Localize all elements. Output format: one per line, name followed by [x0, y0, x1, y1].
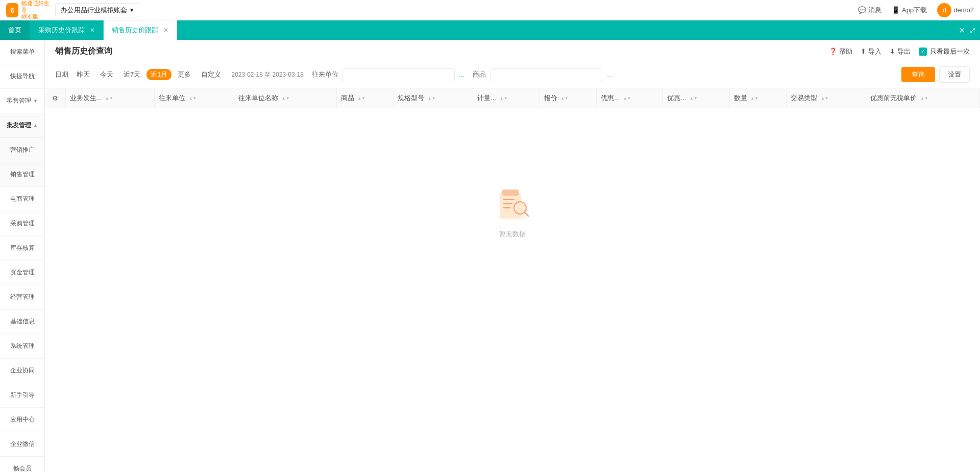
- sidebar-item-app-center[interactable]: 应用中心: [0, 408, 44, 432]
- date-opt-custom[interactable]: 自定义: [197, 69, 225, 80]
- col-qty[interactable]: 数量 ▲▼: [729, 88, 787, 108]
- col-settings[interactable]: ⚙: [45, 88, 65, 108]
- sys-mgmt-label: 系统管理: [10, 342, 35, 350]
- chevron-down-icon: ▾: [130, 6, 134, 14]
- company-selector[interactable]: 办公用品行业模拟账套 ▾: [55, 3, 139, 17]
- message-button[interactable]: 💬 消息: [858, 6, 881, 15]
- col-biz-date[interactable]: 业务发生... ▲▼: [65, 88, 155, 108]
- sidebar-item-ecom-mgmt[interactable]: 电商管理: [0, 187, 44, 211]
- setting-button[interactable]: 设置: [939, 66, 970, 83]
- sidebar-item-enterprise-collab[interactable]: 企业协同: [0, 359, 44, 383]
- partner-select-button[interactable]: ...: [459, 71, 464, 79]
- date-opt-more[interactable]: 更多: [174, 69, 195, 80]
- col-trade-type[interactable]: 交易类型 ▲▼: [787, 88, 866, 108]
- only-last-checkbox[interactable]: ✓: [919, 48, 927, 56]
- sales-promo-label: 营销推广: [10, 146, 35, 154]
- filter-bar: 日期 昨天 今天 近7天 近1月 更多 自定义 2023-02-18 至 202…: [45, 61, 980, 88]
- col-discount2[interactable]: 优惠... ▲▼: [663, 88, 729, 108]
- table-header-row: ⚙ 业务发生... ▲▼ 往来单位 ▲▼ 往来单位名称: [45, 88, 980, 108]
- goods-input[interactable]: [490, 68, 602, 81]
- new-guide-label: 新手引导: [10, 391, 35, 399]
- phone-icon: 📱: [892, 6, 900, 14]
- tab-purchase-history[interactable]: 采购历史价跟踪 ✕: [30, 20, 104, 40]
- home-tab-label: 首页: [8, 26, 21, 35]
- sidebar-item-basic-info[interactable]: 基础信息: [0, 310, 44, 334]
- sidebar-item-finance-mgmt[interactable]: 资金管理: [0, 261, 44, 285]
- sidebar-item-sales-promo[interactable]: 营销推广: [0, 138, 44, 162]
- page-content: 销售历史价查询 ❓ 帮助 ⬆ 导入 ⬇ 导出 ✓: [45, 40, 980, 472]
- message-icon: 💬: [858, 6, 866, 14]
- col-partner-name[interactable]: 往来单位名称 ▲▼: [234, 88, 336, 108]
- date-opt-yesterday[interactable]: 昨天: [72, 69, 94, 80]
- user-profile[interactable]: d demo2: [937, 3, 974, 17]
- retail-mgmt-label: 零售管理: [7, 97, 31, 105]
- table-container: ⚙ 业务发生... ▲▼ 往来单位 ▲▼ 往来单位名称: [45, 88, 980, 472]
- sidebar-item-sales-mgmt[interactable]: 销售管理: [0, 162, 44, 187]
- col-quote[interactable]: 报价 ▲▼: [540, 88, 597, 108]
- sidebar-item-wholesale-mgmt[interactable]: 批发管理 ▲: [0, 113, 44, 138]
- sidebar-item-inventory[interactable]: 库存核算: [0, 236, 44, 261]
- col-partner-code[interactable]: 往来单位 ▲▼: [155, 88, 234, 108]
- gear-icon[interactable]: ⚙: [52, 95, 58, 102]
- sidebar-item-new-guide[interactable]: 新手引导: [0, 383, 44, 408]
- sort-icon: ▲▼: [357, 96, 365, 101]
- logo: 6 畅捷通好生意 标准版: [6, 0, 51, 20]
- avatar: d: [937, 3, 951, 17]
- main-layout: 搜索菜单 快捷导航 零售管理 ▼ 批发管理 ▲ 营销推广 销售管理 电商管理 采…: [0, 40, 980, 472]
- date-opt-7days[interactable]: 近7天: [119, 69, 144, 80]
- sort-icon: ▲▼: [560, 96, 569, 101]
- sidebar-item-search-menu[interactable]: 搜索菜单: [0, 40, 44, 64]
- date-opt-1month[interactable]: 近1月: [146, 69, 172, 80]
- col-discount1[interactable]: 优惠... ▲▼: [597, 88, 663, 108]
- enterprise-wechat-label: 企业微信: [10, 440, 35, 449]
- col-spec[interactable]: 规格型号 ▲▼: [394, 88, 473, 108]
- partner-input[interactable]: [342, 68, 455, 81]
- tab-sales-history[interactable]: 销售历史价跟踪 ✕: [104, 20, 177, 40]
- data-table: ⚙ 业务发生... ▲▼ 往来单位 ▲▼ 往来单位名称: [45, 88, 980, 108]
- goods-filter-group: 商品 ...: [473, 68, 612, 81]
- close-window-button[interactable]: ✕: [959, 26, 965, 35]
- export-button[interactable]: ⬇ 导出: [890, 47, 911, 56]
- tab-bar-actions: ✕ ⤢: [959, 26, 980, 35]
- member-label: 畅会员: [13, 464, 32, 472]
- tab-bar: 首页 采购历史价跟踪 ✕ 销售历史价跟踪 ✕ ✕ ⤢: [0, 20, 980, 40]
- svg-rect-4: [503, 203, 512, 204]
- only-last-toggle[interactable]: ✓ 只看最后一次: [919, 47, 970, 56]
- ecom-mgmt-label: 电商管理: [10, 195, 35, 203]
- col-pretax-price[interactable]: 优惠前无税单价 ▲▼: [866, 88, 980, 108]
- shortcut-nav-label: 快捷导航: [10, 72, 35, 81]
- maximize-window-button[interactable]: ⤢: [969, 26, 976, 35]
- page-title: 销售历史价查询: [55, 46, 112, 57]
- col-unit[interactable]: 计量... ▲▼: [473, 88, 540, 108]
- app-download-button[interactable]: 📱 App下载: [892, 6, 927, 15]
- filter-actions: 查询 设置: [901, 66, 970, 83]
- export-icon: ⬇: [890, 48, 895, 55]
- help-button[interactable]: ❓ 帮助: [829, 47, 852, 56]
- goods-select-button[interactable]: ...: [606, 71, 612, 79]
- svg-rect-5: [503, 207, 510, 208]
- close-purchase-tab-icon[interactable]: ✕: [90, 27, 95, 34]
- tab-home[interactable]: 首页: [0, 20, 30, 40]
- sort-icon: ▲▼: [282, 96, 290, 101]
- sales-history-label: 销售历史价跟踪: [112, 26, 158, 35]
- sort-icon: ▲▼: [623, 96, 631, 101]
- partner-filter-group: 往来单位 ...: [312, 68, 464, 81]
- sidebar-item-retail-mgmt[interactable]: 零售管理 ▼: [0, 89, 44, 113]
- import-button[interactable]: ⬆ 导入: [861, 47, 881, 56]
- import-icon: ⬆: [861, 48, 866, 55]
- col-goods[interactable]: 商品 ▲▼: [336, 88, 394, 108]
- sidebar-item-member[interactable]: 畅会员: [0, 457, 44, 472]
- date-range-text: 2023-02-18 至 2023-03-18: [231, 70, 303, 79]
- query-button[interactable]: 查询: [901, 67, 935, 82]
- sidebar-item-enterprise-wechat[interactable]: 企业微信: [0, 432, 44, 457]
- sidebar-item-purchase-mgmt[interactable]: 采购管理: [0, 211, 44, 236]
- close-sales-tab-icon[interactable]: ✕: [163, 27, 168, 34]
- sidebar-item-shortcut-nav[interactable]: 快捷导航: [0, 64, 44, 89]
- chevron-up-icon: ▲: [33, 123, 38, 128]
- sidebar-item-sys-mgmt[interactable]: 系统管理: [0, 334, 44, 359]
- empty-state: 暂无数据: [45, 108, 980, 313]
- date-opt-today[interactable]: 今天: [96, 69, 117, 80]
- top-bar-right: 💬 消息 📱 App下载 d demo2: [858, 3, 974, 17]
- inventory-label: 库存核算: [10, 244, 35, 252]
- sidebar-item-ops-mgmt[interactable]: 经营管理: [0, 285, 44, 310]
